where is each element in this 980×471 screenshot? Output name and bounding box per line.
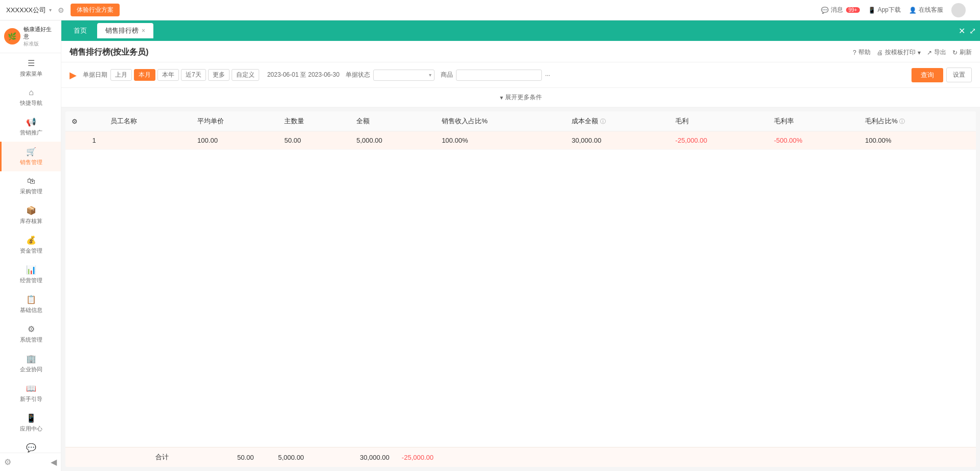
print-icon: 🖨 (877, 49, 883, 56)
query-button[interactable]: 查询 (911, 68, 943, 82)
settings-button[interactable]: 设置 (946, 68, 972, 82)
sidebar-item-label: 销售管理 (20, 159, 42, 166)
column-settings-icon[interactable]: ⚙ (72, 118, 78, 125)
sidebar-item-purchase[interactable]: 🛍 采购管理 (0, 171, 61, 200)
sidebar-item-marketing[interactable]: 📢 营销推广 (0, 112, 61, 142)
sidebar-item-label: 经营管理 (20, 277, 42, 284)
td-employee (104, 131, 191, 150)
tab-bar: 首页 销售排行榜 × ✕ ⤢ (61, 20, 980, 41)
sidebar-item-label: 搜索菜单 (20, 70, 42, 78)
settings-bottom-icon[interactable]: ⚙ (4, 457, 11, 467)
export-button[interactable]: ↗ 导出 (927, 48, 946, 57)
goods-input[interactable] (456, 70, 542, 81)
th-gross-rate: 毛利率 (768, 111, 859, 131)
service-icon: 👤 (909, 7, 917, 14)
print-chevron-icon: ▾ (918, 49, 921, 56)
basic-icon: 📋 (26, 295, 36, 304)
gross-pct-info-icon[interactable]: ⓘ (899, 118, 905, 124)
top-bar: XXXXXX公司 ▾ ⚙ 体验行业方案 💬 消息 99+ 📱 App下载 👤 在… (0, 0, 980, 20)
footer-amount: 5,000.00 (272, 454, 313, 461)
company-selector[interactable]: XXXXXX公司 ▾ (6, 6, 52, 15)
expand-row: ▾ 展开更多条件 (61, 88, 980, 107)
status-label: 单据状态 (346, 71, 370, 79)
sidebar-item-basic[interactable]: 📋 基础信息 (0, 289, 61, 319)
date-btn-more[interactable]: 更多 (208, 69, 230, 81)
top-right-actions: 💬 消息 99+ 📱 App下载 👤 在线客服 (821, 3, 974, 17)
data-table: ⚙ 员工名称 平均单价 主数量 (65, 111, 976, 150)
date-btn-current-month[interactable]: 本月 (134, 69, 155, 81)
settings-icon[interactable]: ⚙ (56, 4, 66, 16)
app-center-icon: 📱 (26, 413, 36, 423)
tab-maximize-button[interactable]: ⤢ (969, 26, 976, 36)
sidebar-bottom: ⚙ ◀ (0, 453, 61, 471)
sidebar-item-inventory[interactable]: 📦 库存核算 (0, 200, 61, 230)
tab-close-window-button[interactable]: ✕ (959, 26, 965, 36)
marketing-icon: 📢 (26, 117, 36, 127)
date-range: 2023-06-01 至 2023-06-30 (267, 71, 339, 79)
date-btn-last-month[interactable]: 上月 (110, 69, 132, 81)
sidebar-item-label: 应用中心 (20, 425, 42, 433)
trial-button[interactable]: 体验行业方案 (71, 4, 120, 16)
sidebar-item-finance[interactable]: 💰 资金管理 (0, 230, 61, 260)
page-content: 销售排行榜(按业务员) ? 帮助 🖨 按模板打印 ▾ ↗ 导出 (61, 41, 980, 471)
tab-sales-ranking[interactable]: 销售排行榜 × (97, 23, 153, 38)
sidebar-item-enterprise[interactable]: 🏢 企业协同 (0, 349, 61, 378)
refresh-button[interactable]: ↻ 刷新 (952, 48, 972, 57)
date-btn-last-7days[interactable]: 近7天 (181, 69, 206, 81)
tab-bar-right: ✕ ⤢ (959, 26, 976, 36)
filter-collapse-icon[interactable]: ▶ (70, 70, 77, 81)
sidebar-item-label: 营销推广 (20, 129, 42, 137)
header-actions: ? 帮助 🖨 按模板打印 ▾ ↗ 导出 ↻ 刷新 (853, 48, 972, 57)
avatar[interactable] (951, 3, 966, 17)
td-sales-pct: 100.00% (436, 131, 565, 150)
footer-main-qty: 50.00 (231, 454, 272, 461)
sidebar-item-app-center[interactable]: 📱 应用中心 (0, 408, 61, 438)
tab-home[interactable]: 首页 (65, 23, 95, 38)
expand-icon: ▾ (500, 94, 503, 101)
app-download-button[interactable]: 📱 App下载 (868, 6, 901, 14)
expand-label: 展开更多条件 (505, 93, 542, 102)
th-employee: 员工名称 (104, 111, 191, 131)
sidebar-item-beginner[interactable]: 📖 新手引导 (0, 378, 61, 408)
td-gross: -25,000.00 (669, 131, 768, 150)
sidebar-item-quick-nav[interactable]: ⌂ 快捷导航 (0, 83, 61, 112)
sidebar-item-label: 资金管理 (20, 247, 42, 255)
help-icon: ? (853, 49, 856, 56)
system-icon: ⚙ (28, 324, 35, 334)
sidebar-item-search-orders[interactable]: ☰ 搜索菜单 (0, 53, 61, 83)
online-service-button[interactable]: 👤 在线客服 (909, 6, 943, 14)
date-btn-custom[interactable]: 自定义 (232, 69, 259, 81)
beginner-icon: 📖 (26, 384, 36, 393)
sidebar-item-sales[interactable]: 🛒 销售管理 (0, 142, 61, 171)
th-amount: 全额 (350, 111, 436, 131)
date-btn-current-year[interactable]: 本年 (157, 69, 179, 81)
sidebar-item-label: 企业协同 (20, 366, 42, 373)
sidebar-item-operations[interactable]: 📊 经营管理 (0, 260, 61, 289)
message-button[interactable]: 💬 消息 99+ (821, 6, 860, 14)
logo-icon: 🌿 (4, 28, 20, 44)
sidebar: 🌿 畅康通好生意 标准版 ☰ 搜索菜单 ⌂ 快捷导航 📢 营销推广 🛒 销售管理 (0, 20, 61, 471)
sidebar-nav: ☰ 搜索菜单 ⌂ 快捷导航 📢 营销推广 🛒 销售管理 🛍 采购管理 📦 库 (0, 53, 61, 453)
quick-nav-icon: ⌂ (29, 88, 34, 97)
expand-conditions-button[interactable]: ▾ 展开更多条件 (494, 91, 548, 104)
print-button[interactable]: 🖨 按模板打印 ▾ (877, 48, 921, 57)
help-button[interactable]: ? 帮助 (853, 48, 871, 57)
collapse-icon[interactable]: ◀ (51, 457, 57, 467)
wechat-icon: 💬 (26, 443, 36, 453)
sidebar-item-wechat[interactable]: 💬 企业微信 (0, 438, 61, 453)
table-header-row: ⚙ 员工名称 平均单价 主数量 (65, 111, 976, 131)
goods-label: 商品 (441, 71, 453, 79)
enterprise-icon: 🏢 (26, 354, 36, 364)
sidebar-item-label: 系统管理 (20, 336, 42, 344)
status-select[interactable] (373, 70, 435, 81)
tab-close-icon[interactable]: × (142, 27, 145, 34)
sidebar-item-system[interactable]: ⚙ 系统管理 (0, 319, 61, 349)
cost-info-icon[interactable]: ⓘ (600, 118, 606, 124)
message-badge: 99+ (846, 7, 860, 13)
company-name: XXXXXX公司 (6, 6, 46, 15)
td-gross-pct: 100.00% (859, 131, 976, 150)
export-icon: ↗ (927, 49, 932, 56)
search-orders-icon: ☰ (28, 58, 35, 68)
goods-more-icon[interactable]: ··· (545, 72, 550, 79)
table-wrapper: ⚙ 员工名称 平均单价 主数量 (65, 111, 976, 467)
